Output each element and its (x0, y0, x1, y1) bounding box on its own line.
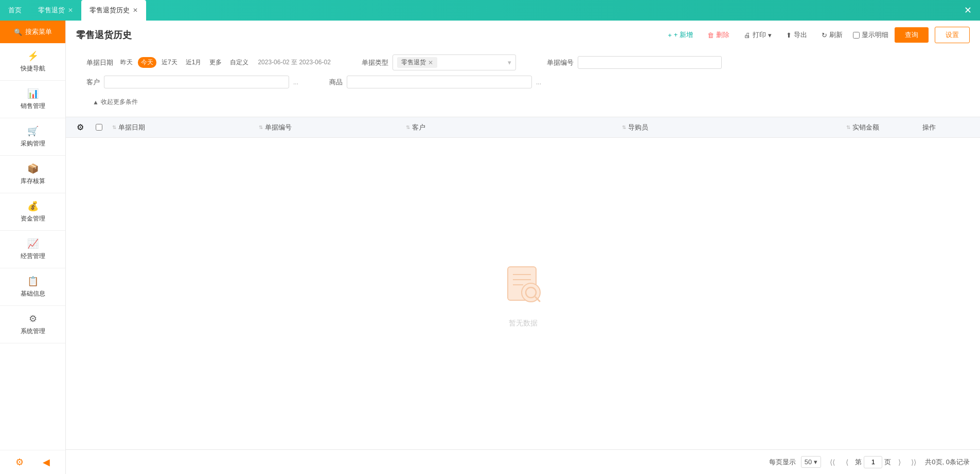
display-detail-checkbox[interactable] (853, 32, 860, 39)
tab-bar: 首页 零售退货 ✕ 零售退货历史 ✕ (0, 0, 964, 21)
date-opt-custom[interactable]: 自定义 (227, 57, 252, 68)
sidebar-item-system-label: 系统管理 (21, 327, 45, 336)
sidebar-search-label: 搜索菜单 (25, 27, 52, 37)
filter-row-1: 单据日期 昨天 今天 近7天 近1月 更多 自定义 2023-06-02 至 2… (86, 54, 959, 70)
pagination: 每页显示 50 ▾ ⟨⟨ ⟨ 第 页 ⟩ ⟩⟩ 共0页, 0条记录 (66, 449, 980, 474)
th-guide: ⇅ 导购员 (618, 123, 764, 132)
refresh-label: 刷新 (829, 30, 843, 40)
sidebar-item-finance[interactable]: 💰 资金管理 (0, 193, 65, 231)
sidebar-item-purchase-label: 采购管理 (21, 139, 45, 148)
sidebar-item-quick-nav[interactable]: ⚡ 快捷导航 (0, 43, 65, 81)
sort-asc-icon[interactable]: ⇅ (112, 124, 116, 130)
collapse-button[interactable]: ▲ 收起更多条件 (86, 96, 959, 108)
filter-row-2: 客户 ... 商品 ... (86, 76, 959, 88)
goods-input[interactable] (347, 76, 532, 88)
main-layout: 🔍 搜索菜单 ⚡ 快捷导航 📊 销售管理 🛒 采购管理 📦 库存核算 💰 资金管… (0, 21, 980, 474)
sidebar-item-sales-label: 销售管理 (21, 102, 45, 111)
print-button[interactable]: 🖨 打印 ▾ (740, 28, 776, 42)
sidebar-item-inventory[interactable]: 📦 库存核算 (0, 156, 65, 193)
date-opt-7days[interactable]: 近7天 (158, 57, 181, 68)
collapse-label: 收起更多条件 (101, 98, 138, 106)
page-input[interactable] (864, 456, 882, 468)
sort-customer-icon[interactable]: ⇅ (406, 124, 410, 130)
page-size-dropdown-icon: ▾ (814, 458, 817, 466)
doc-type-select[interactable]: 零售退货 ✕ ▾ (393, 54, 516, 70)
page-size-value: 50 (805, 458, 812, 466)
tab-home[interactable]: 首页 (0, 0, 30, 21)
doc-type-tag-remove[interactable]: ✕ (428, 59, 433, 66)
collapse-row: ▲ 收起更多条件 (86, 94, 959, 112)
settings-button[interactable]: 设置 (935, 27, 970, 43)
sidebar-item-basic-info[interactable]: 📋 基础信息 (0, 268, 65, 306)
export-button[interactable]: ⬆ 导出 (782, 28, 811, 42)
print-dropdown-icon: ▾ (768, 31, 772, 39)
sidebar-item-business[interactable]: 📈 经营管理 (0, 231, 65, 268)
content-area: 零售退货历史 + + 新增 🗑 删除 🖨 打印 ▾ (66, 21, 980, 474)
date-opt-today[interactable]: 今天 (138, 57, 156, 68)
collapse-sidebar-icon[interactable]: ◀ (43, 457, 50, 468)
sort-guide-icon[interactable]: ⇅ (622, 124, 626, 130)
collapse-up-icon: ▲ (93, 99, 99, 106)
table-area: ⚙ ⇅ 单据日期 ⇅ 单据编号 ⇅ 客户 ⇅ (66, 117, 980, 449)
select-all-checkbox[interactable] (96, 124, 102, 131)
page-label: 第 (855, 458, 862, 467)
sort-amount-icon[interactable]: ⇅ (846, 124, 850, 130)
top-bar-close[interactable]: ✕ (964, 5, 980, 16)
goods-label: 商品 (329, 78, 343, 87)
page-header: 零售退货历史 + + 新增 🗑 删除 🖨 打印 ▾ (66, 21, 980, 117)
sidebar-item-sales[interactable]: 📊 销售管理 (0, 81, 65, 118)
customer-dots: ... (293, 79, 298, 86)
sidebar-item-system[interactable]: ⚙ 系统管理 (0, 306, 65, 343)
page-size-label: 每页显示 (769, 458, 796, 467)
tab-retail-return-history-close[interactable]: ✕ (133, 7, 138, 14)
th-guide-label: 导购员 (628, 123, 648, 132)
new-button[interactable]: + + 新增 (664, 28, 697, 42)
th-customer-label: 客户 (412, 123, 425, 132)
sidebar-bottom: ⚙ ◀ (0, 450, 65, 474)
date-opt-yesterday[interactable]: 昨天 (117, 57, 136, 68)
query-button[interactable]: 查询 (895, 27, 929, 43)
delete-label: 删除 (716, 30, 729, 40)
sort-doc-no-icon[interactable]: ⇅ (259, 124, 263, 130)
page-title-row: 零售退货历史 + + 新增 🗑 删除 🖨 打印 ▾ (76, 27, 970, 43)
page-title: 零售退货历史 (76, 29, 132, 41)
trend-icon: 📈 (27, 238, 39, 249)
doc-type-filter: 单据类型 零售退货 ✕ ▾ (362, 54, 516, 70)
last-page-button[interactable]: ⟩⟩ (907, 456, 920, 468)
tab-retail-return-label: 零售退货 (38, 6, 65, 15)
tab-retail-return[interactable]: 零售退货 ✕ (30, 0, 81, 21)
sidebar-item-purchase[interactable]: 🛒 采购管理 (0, 118, 65, 156)
display-detail[interactable]: 显示明细 (853, 30, 888, 40)
first-page-button[interactable]: ⟨⟨ (826, 456, 839, 468)
delete-button[interactable]: 🗑 删除 (703, 28, 734, 42)
tab-retail-return-history[interactable]: 零售退货历史 ✕ (81, 0, 146, 21)
table-settings-icon[interactable]: ⚙ (77, 122, 84, 132)
display-detail-label: 显示明细 (862, 30, 888, 40)
date-opt-more[interactable]: 更多 (206, 57, 225, 68)
doc-type-tag-text: 零售退货 (401, 58, 426, 67)
th-doc-no: ⇅ 单据编号 (255, 123, 401, 132)
date-opt-1month[interactable]: 近1月 (183, 57, 205, 68)
th-amount-label: 实销金额 (852, 123, 879, 132)
cart-icon: 🛒 (27, 125, 39, 137)
sidebar-item-quick-nav-label: 快捷导航 (21, 64, 45, 73)
sidebar-search[interactable]: 🔍 搜索菜单 (0, 21, 65, 43)
th-checkbox[interactable] (90, 124, 108, 131)
print-label: 打印 (753, 30, 766, 40)
page-size-select[interactable]: 50 ▾ (801, 456, 821, 468)
refresh-button[interactable]: ↻ 刷新 (817, 28, 847, 42)
prev-page-button[interactable]: ⟨ (841, 456, 853, 468)
total-records: 共0页, 0条记录 (925, 458, 970, 467)
delete-icon: 🗑 (707, 31, 714, 39)
date-filter: 单据日期 昨天 今天 近7天 近1月 更多 自定义 2023-06-02 至 2… (86, 57, 331, 68)
box-icon: 📦 (27, 163, 39, 174)
customer-input[interactable] (104, 76, 289, 88)
doc-no-label: 单据编号 (547, 58, 574, 67)
next-page-button[interactable]: ⟩ (893, 456, 905, 468)
settings-bottom-icon[interactable]: ⚙ (15, 457, 24, 468)
tab-retail-return-close[interactable]: ✕ (68, 7, 73, 14)
th-settings[interactable]: ⚙ (71, 122, 90, 132)
doc-no-input[interactable] (578, 56, 722, 69)
chart-icon: 📊 (27, 88, 39, 99)
empty-state: 暂无数据 (66, 138, 980, 449)
